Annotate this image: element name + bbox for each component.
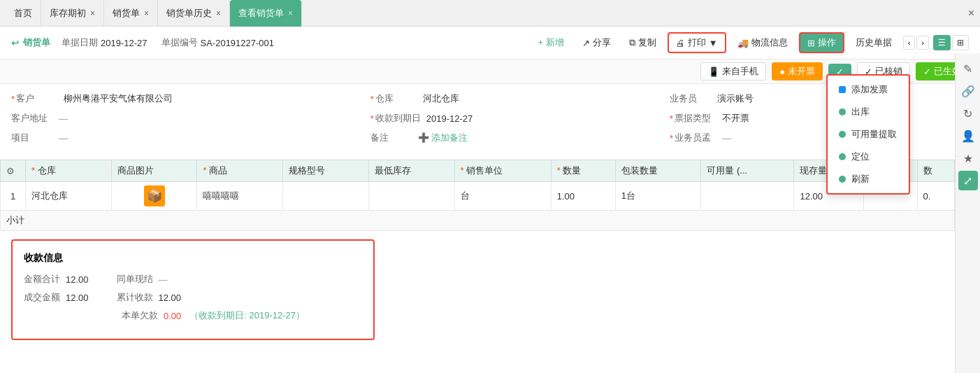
not-open-button[interactable]: ● 未开票	[772, 62, 823, 80]
tab-sales-order-close[interactable]: ×	[144, 8, 149, 18]
due-date-value: 2019-12-27	[426, 113, 473, 124]
doc-date-value: 2019-12-27	[101, 38, 147, 48]
from-phone-button[interactable]: 📱 来自手机	[700, 62, 766, 80]
info-deal-amount-value: 12.00	[66, 293, 89, 303]
dropdown-outbound[interactable]: 出库	[828, 101, 909, 123]
salesperson-value: 演示账号	[717, 92, 754, 105]
info-amount-total-label: 金额合计	[24, 273, 60, 286]
form-row-1: * 客户 柳州粤港平安气体有限公司 * 仓库 河北仓库 业务员 演示账号	[11, 92, 969, 105]
td-pkg-qty-value: 1台	[621, 190, 635, 201]
table-header-row: ⚙ * 仓库 商品图片 * 商品	[1, 160, 955, 182]
customer-addr-value: —	[59, 113, 68, 124]
td-spec	[283, 182, 369, 211]
td-warehouse-value: 河北仓库	[31, 190, 68, 201]
operate-button[interactable]: ⊞ 操作	[799, 32, 844, 53]
data-table-container: ⚙ * 仓库 商品图片 * 商品	[0, 160, 955, 231]
salesperson2-field: * 业务员孟 —	[670, 132, 969, 144]
th-spec: 规格型号	[283, 160, 369, 182]
locate-label: 定位	[851, 150, 870, 163]
ticket-type-field: * 票据类型 不开票	[670, 112, 969, 125]
project-label: 项目	[11, 132, 53, 144]
td-min-stock	[368, 182, 454, 211]
print-button[interactable]: 🖨 打印 ▼	[668, 32, 726, 53]
tab-bar: 首页 库存期初 × 销货单 × 销货单历史 × 查看销货单 × ×	[0, 0, 980, 27]
dropdown-add-invoice[interactable]: 添加发票	[828, 78, 909, 101]
doc-type-label: 销货单	[23, 36, 50, 49]
info-amount-total: 金额合计 12.00	[24, 273, 89, 286]
nav-arrows: ‹ ›	[903, 36, 929, 50]
note-label: 备注	[370, 132, 412, 144]
info-same-settle: 同单现结 —	[117, 273, 168, 286]
td-product: 嘻嘻嘻嘻	[197, 182, 283, 211]
tab-sales-history[interactable]: 销货单历史 ×	[158, 0, 230, 27]
td-available	[701, 182, 794, 211]
info-row-1: 金额合计 12.00 同单现结 —	[24, 273, 362, 286]
sidebar-expand-icon[interactable]: ⤢	[958, 171, 978, 190]
td-row-no: 1	[1, 182, 26, 211]
sidebar-edit-icon[interactable]: ✎	[958, 59, 978, 78]
info-this-order-due-value: 0.00	[164, 311, 181, 321]
info-same-settle-value: —	[159, 274, 168, 285]
dropdown-available-qty[interactable]: 可用量提取	[828, 123, 909, 146]
td-current-stock-value: 12.00	[800, 191, 823, 202]
th-current-stock-label: 现存量	[800, 165, 827, 176]
td-subtotal: 小计	[1, 211, 955, 231]
customer-label: 客户	[16, 92, 58, 105]
ticket-type-required: *	[670, 113, 673, 124]
add-note-button[interactable]: ➕ 添加备注	[418, 132, 468, 144]
td-sales-unit: 台	[454, 182, 551, 211]
td-pkg-qty: 1台	[615, 182, 701, 211]
salesperson2-label: 业务员孟	[675, 132, 716, 144]
info-deal-amount-label: 成交金额	[24, 291, 60, 304]
salesperson2-value: —	[722, 133, 731, 143]
tab-inventory-close[interactable]: ×	[90, 8, 95, 18]
copy-button-label: 复制	[638, 36, 656, 49]
tab-sales-history-close[interactable]: ×	[216, 8, 221, 18]
main-area: ↩ 销货单 单据日期 2019-12-27 单据编号 SA-20191227-0…	[0, 27, 980, 373]
outbound-icon	[839, 108, 846, 115]
tab-sales-history-label: 销货单历史	[166, 7, 212, 20]
th-amount: 数	[917, 160, 954, 182]
doc-title: ↩ 销货单	[11, 36, 50, 49]
dropdown-locate[interactable]: 定位	[828, 146, 909, 168]
doc-type-icon: ↩	[11, 38, 19, 48]
tab-view-sales-close[interactable]: ×	[288, 8, 293, 18]
copy-button[interactable]: ⧉ 复制	[622, 34, 663, 52]
share-button[interactable]: ↗ 分享	[575, 34, 618, 52]
td-product-img: 📦	[111, 182, 197, 211]
due-date-required: *	[370, 113, 374, 124]
tab-sales-order[interactable]: 销货单 ×	[104, 0, 158, 27]
logistics-button[interactable]: 🚚 物流信息	[730, 34, 795, 52]
tab-view-sales[interactable]: 查看销货单 ×	[230, 0, 302, 27]
warehouse-label: 仓库	[375, 92, 417, 105]
sidebar-refresh-icon[interactable]: ↻	[958, 104, 978, 123]
new-button[interactable]: + 新增	[531, 34, 571, 52]
grid-view-button[interactable]: ⊞	[952, 35, 969, 50]
list-view-button[interactable]: ☰	[933, 35, 951, 50]
info-total-collected-label: 累计收款	[117, 291, 153, 304]
tab-home[interactable]: 首页	[6, 0, 41, 27]
customer-addr-label: 客户地址	[11, 112, 53, 125]
table-subtotal-row: 小计	[1, 211, 955, 231]
sidebar-user-icon[interactable]: 👤	[958, 126, 978, 146]
settings-icon[interactable]: ⚙	[6, 166, 15, 176]
info-due-suffix: （收款到期日: 2019-12-27）	[189, 309, 305, 322]
th-pkg-qty-label: 包装数量	[621, 165, 658, 176]
share-button-label: 分享	[593, 36, 611, 49]
doc-number-value: SA-20191227-001	[201, 38, 275, 48]
bottom-info-title: 收款信息	[24, 252, 362, 265]
next-button[interactable]: ›	[916, 36, 929, 50]
close-all-button[interactable]: ×	[968, 7, 974, 20]
sidebar-link-icon[interactable]: 🔗	[958, 81, 978, 101]
info-total-collected: 累计收款 12.00	[117, 291, 182, 304]
doc-meta: 单据日期 2019-12-27 单据编号 SA-20191227-001	[62, 36, 274, 49]
dropdown-refresh[interactable]: 刷新	[828, 168, 909, 190]
from-phone-label: 来自手机	[722, 65, 758, 78]
prev-button[interactable]: ‹	[903, 36, 916, 50]
tab-inventory[interactable]: 库存期初 ×	[41, 0, 104, 27]
history-button[interactable]: 历史单据	[849, 34, 899, 52]
salesperson2-required: *	[670, 133, 673, 143]
sidebar-star-icon[interactable]: ★	[958, 148, 978, 168]
print-button-label: 打印	[688, 36, 706, 49]
operate-button-label: 操作	[818, 36, 836, 49]
